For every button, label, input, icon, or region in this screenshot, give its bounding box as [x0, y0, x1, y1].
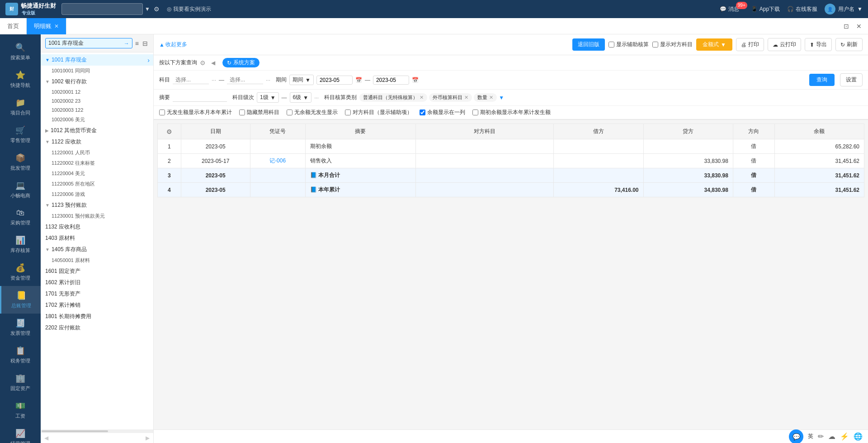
edit-icon[interactable]: ✏ [818, 432, 824, 441]
return-old-btn[interactable]: 退回旧版 [572, 38, 605, 51]
tree-item-1001[interactable]: ▼ 1001 库存现金 › [41, 54, 153, 66]
table-settings-icon[interactable]: ⚙ [166, 128, 172, 135]
chat-btn[interactable]: 💬 [789, 429, 803, 443]
plan-settings-icon[interactable]: ⚙ [200, 59, 206, 67]
tab-close-icon[interactable]: ✕ [54, 23, 59, 29]
export-btn[interactable]: ⬆ 导出 [805, 38, 832, 51]
filter-expand-btn[interactable]: ▲ 收起更多 [159, 41, 187, 48]
checkbox-balance-one-col[interactable]: 余额显示在一列 [420, 109, 465, 116]
query-settings-btn[interactable]: 设置 [840, 73, 863, 86]
checkbox-no-balance[interactable]: 无余额无发生显示 [287, 109, 338, 116]
lightning-icon[interactable]: ⚡ [840, 432, 849, 441]
checkbox-no-amount[interactable]: 无发生额显示本月本年累计 [159, 109, 232, 116]
lang-btn[interactable]: 英 [808, 433, 813, 440]
tab-close-all-icon[interactable]: ✕ [854, 22, 864, 31]
level-from-select[interactable]: 1级 ▼ [257, 92, 279, 103]
scroll-left-icon[interactable]: ◀ [44, 435, 48, 441]
panel-collapse-icon[interactable]: ⊟ [142, 39, 149, 48]
tree-item-10020002[interactable]: 10020002 23 [41, 96, 153, 105]
tab-home[interactable]: 首页 [0, 18, 27, 34]
tag-normal-close-icon[interactable]: ✕ [420, 95, 424, 100]
tab-restore-icon[interactable]: ⊡ [841, 22, 852, 31]
tree-item-1123[interactable]: ▼ 1123 预付账款 [41, 200, 153, 211]
calendar-end-icon[interactable]: 📅 [412, 77, 419, 83]
account-from-input[interactable] [173, 76, 209, 84]
period-start-input[interactable] [316, 76, 353, 85]
sidebar-item-tax[interactable]: 📋 税务管理 [0, 341, 41, 369]
tree-item-1801[interactable]: 1801 长期待摊费用 [41, 311, 153, 322]
sidebar-item-accounting[interactable]: 📒 总账管理 [0, 286, 41, 314]
account-nav-arrow[interactable]: → [124, 40, 129, 47]
account-to-input[interactable] [227, 76, 263, 84]
tree-item-11220006[interactable]: 11220006 游戏 [41, 189, 153, 200]
sidebar-item-fixed[interactable]: 🏢 固定资产 [0, 369, 41, 396]
sidebar-item-wholesale[interactable]: 📦 批发管理 [0, 148, 41, 176]
show-aux-checkbox[interactable]: 显示辅助核算 [609, 41, 649, 48]
checkbox-contra[interactable]: 对方科目（显示辅助项） [345, 109, 412, 116]
tree-item-10020006[interactable]: 10020006 美元 [41, 114, 153, 125]
plan-collapse-icon[interactable]: ◀ [211, 60, 215, 66]
tree-item-1602[interactable]: 1602 累计折旧 [41, 277, 153, 288]
show-contra-checkbox[interactable]: 显示对方科目 [652, 41, 693, 48]
tree-item-1601[interactable]: 1601 固定资产 [41, 266, 153, 277]
tab-ledger[interactable]: 明细账 ✕ [27, 18, 66, 34]
global-search-input[interactable] [61, 3, 143, 15]
print-btn[interactable]: 🖨 打印 [736, 38, 764, 51]
format-btn[interactable]: 金额式 ▼ [696, 38, 732, 51]
checkbox-hide-disabled[interactable]: 隐藏禁用科目 [239, 109, 279, 116]
sidebar-item-shortcut[interactable]: ⭐ 快捷导航 [0, 66, 41, 93]
sidebar-item-inventory[interactable]: 📊 库存核算 [0, 231, 41, 258]
cloud-upload-icon[interactable]: 🌐 [854, 432, 863, 441]
tree-item-1405[interactable]: ▼ 1405 库存商品 [41, 244, 153, 255]
tree-item-1702[interactable]: 1702 累计摊销 [41, 300, 153, 311]
app-download-action[interactable]: 📱 App下载 [751, 5, 780, 13]
summary-input[interactable] [173, 93, 227, 102]
sidebar-item-purchase[interactable]: 🛍 采购管理 [0, 204, 41, 231]
tree-item-11230001[interactable]: 11230001 预付账款美元 [41, 211, 153, 221]
sidebar-item-operation[interactable]: 📈 经营管理 [0, 424, 41, 443]
calendar-start-icon[interactable]: 📅 [355, 77, 362, 83]
demo-link[interactable]: ◎ 我要看实例演示 [167, 5, 211, 13]
user-menu[interactable]: 👤 用户名 ▼ [825, 4, 863, 14]
sidebar-item-salary[interactable]: 💵 工资 [0, 396, 41, 424]
sidebar-item-project[interactable]: 📁 项目合同 [0, 93, 41, 121]
tree-item-11220001[interactable]: 11220001 人民币 [41, 148, 153, 158]
cell-voucher-2[interactable]: 记-006 [250, 154, 305, 168]
sidebar-item-retail[interactable]: 🛒 零售管理 [0, 121, 41, 148]
tree-item-11220004[interactable]: 11220004 美元 [41, 168, 153, 179]
online-service-action[interactable]: 🎧 在线客服 [787, 5, 817, 13]
tree-item-1122[interactable]: ▼ 1122 应收款 [41, 136, 153, 148]
plan-method-btn[interactable]: ↻ 系统方案 [222, 58, 259, 67]
panel-list-icon[interactable]: ≡ [134, 39, 140, 48]
tree-item-1701[interactable]: 1701 无形资产 [41, 288, 153, 300]
period-type-select[interactable]: 期间 ▼ [289, 75, 314, 85]
tree-item-10010001[interactable]: 10010001 同同同 [41, 66, 153, 76]
type-dropdown-icon[interactable]: ▼ [499, 95, 504, 101]
tree-item-1012[interactable]: ▶ 1012 其他货币资金 [41, 125, 153, 136]
tree-nav-right-icon[interactable]: › [147, 57, 150, 64]
tree-item-14050001[interactable]: 14050001 原材料 [41, 255, 153, 266]
gear-icon[interactable]: ⚙ [154, 5, 160, 13]
level-to-select[interactable]: 6级 ▼ [290, 92, 312, 103]
refresh-btn[interactable]: ↻ 刷新 [835, 38, 863, 51]
sidebar-item-invoice[interactable]: 🧾 发票管理 [0, 314, 41, 341]
period-end-input[interactable] [373, 76, 409, 85]
checkbox-opening-ytd[interactable]: 期初余额显示本年累计发生额 [472, 109, 551, 116]
horizontal-scrollbar[interactable] [41, 429, 153, 433]
message-action[interactable]: 💬 消息 99+ [720, 5, 744, 13]
tag-foreign-close-icon[interactable]: ✕ [464, 95, 468, 100]
tree-item-2202[interactable]: 2202 应付账款 [41, 322, 153, 333]
tree-item-10020003[interactable]: 10020003 122 [41, 105, 153, 114]
tree-item-11220005[interactable]: 11220005 所在地区 [41, 179, 153, 189]
cloud-print-btn[interactable]: ☁ 云打印 [768, 38, 801, 51]
tree-item-1002[interactable]: ▼ 1002 银行存款 [41, 76, 153, 87]
sidebar-item-ecommerce[interactable]: 💻 小畅电商 [0, 176, 41, 204]
tree-item-1132[interactable]: 1132 应收利息 [41, 221, 153, 233]
voucher-link-2[interactable]: 记-006 [269, 157, 286, 164]
sidebar-item-capital[interactable]: 💰 资金管理 [0, 258, 41, 286]
scroll-right-icon[interactable]: ▶ [146, 435, 150, 441]
query-btn[interactable]: 查询 [809, 74, 835, 86]
tree-item-1403[interactable]: 1403 原材料 [41, 233, 153, 244]
search-dropdown-icon[interactable]: ▼ [145, 6, 150, 12]
tag-quantity-close-icon[interactable]: ✕ [489, 95, 493, 100]
